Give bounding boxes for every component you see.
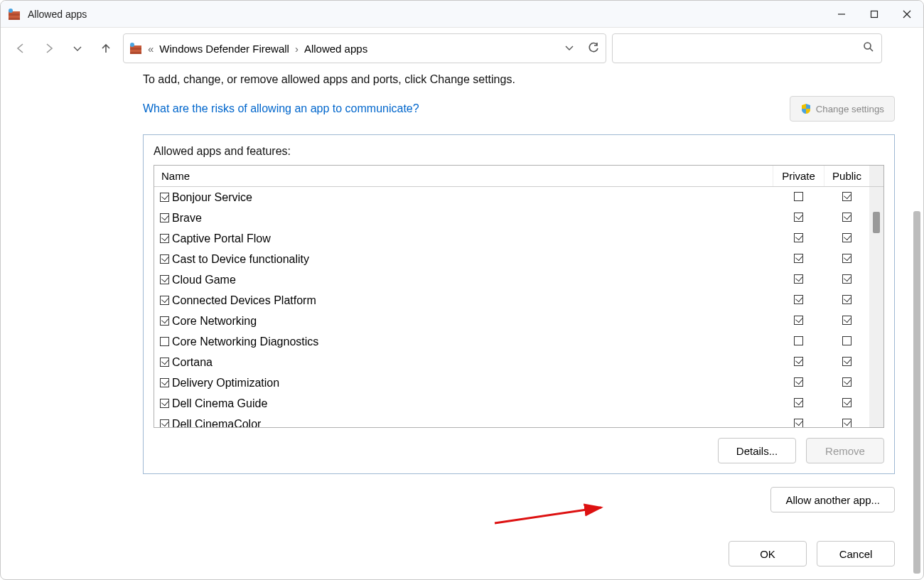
table-row[interactable]: Core Networking Diagnostics xyxy=(154,331,869,352)
app-name: Cast to Device functionality xyxy=(172,253,309,266)
svg-point-11 xyxy=(130,43,134,47)
svg-rect-2 xyxy=(9,16,20,18)
list-scrollbar[interactable] xyxy=(869,187,883,427)
up-button[interactable] xyxy=(95,37,117,60)
private-checkbox[interactable] xyxy=(794,254,803,263)
public-checkbox[interactable] xyxy=(842,192,852,201)
column-name[interactable]: Name xyxy=(154,166,773,186)
enable-checkbox[interactable] xyxy=(160,337,169,346)
group-label: Allowed apps and features: xyxy=(154,145,884,158)
table-row[interactable]: Delivery Optimization xyxy=(154,372,869,393)
scrollbar-thumb[interactable] xyxy=(913,211,920,574)
change-settings-button[interactable]: Change settings xyxy=(790,96,895,122)
enable-checkbox[interactable] xyxy=(160,234,169,243)
shield-icon xyxy=(800,103,812,114)
refresh-icon[interactable] xyxy=(587,41,600,56)
table-row[interactable]: Cloud Game xyxy=(154,269,869,290)
ok-button[interactable]: OK xyxy=(729,541,807,566)
enable-checkbox[interactable] xyxy=(160,378,169,387)
column-private[interactable]: Private xyxy=(773,166,824,186)
table-row[interactable]: Connected Devices Platform xyxy=(154,290,869,311)
close-button[interactable] xyxy=(891,1,923,28)
back-button[interactable] xyxy=(9,37,32,60)
public-checkbox[interactable] xyxy=(842,398,852,407)
enable-checkbox[interactable] xyxy=(160,193,169,202)
minimize-button[interactable] xyxy=(825,1,858,28)
apps-listbox: Name Private Public Bonjour ServiceBrave… xyxy=(154,165,884,428)
breadcrumb-item[interactable]: Windows Defender Firewall xyxy=(159,43,289,55)
table-row[interactable]: Brave xyxy=(154,208,869,228)
public-checkbox[interactable] xyxy=(842,419,852,428)
private-checkbox[interactable] xyxy=(794,213,803,222)
enable-checkbox[interactable] xyxy=(160,419,169,427)
enable-checkbox[interactable] xyxy=(160,316,169,326)
search-box[interactable] xyxy=(612,33,882,63)
search-icon xyxy=(863,41,874,55)
cancel-button[interactable]: Cancel xyxy=(817,541,895,566)
enable-checkbox[interactable] xyxy=(160,213,169,222)
private-checkbox[interactable] xyxy=(794,295,803,304)
scrollbar-thumb[interactable] xyxy=(873,212,880,233)
table-row[interactable]: Dell CinemaColor xyxy=(154,414,869,427)
table-row[interactable]: Core Networking xyxy=(154,311,869,331)
table-row[interactable]: Cast to Device functionality xyxy=(154,249,869,269)
public-checkbox[interactable] xyxy=(842,213,852,222)
private-checkbox[interactable] xyxy=(794,274,803,284)
private-checkbox[interactable] xyxy=(794,192,803,201)
public-checkbox[interactable] xyxy=(842,377,852,387)
details-button[interactable]: Details... xyxy=(718,438,796,463)
app-name: Bonjour Service xyxy=(172,191,252,204)
chevron-down-icon[interactable] xyxy=(564,43,574,55)
public-checkbox[interactable] xyxy=(842,336,852,345)
dialog-footer: OK Cancel xyxy=(1,528,923,579)
app-name: Dell Cinema Guide xyxy=(172,397,267,410)
enable-checkbox[interactable] xyxy=(160,254,169,264)
firewall-icon xyxy=(129,42,142,55)
private-checkbox[interactable] xyxy=(794,336,803,345)
forward-button[interactable] xyxy=(38,37,60,60)
enable-checkbox[interactable] xyxy=(160,399,169,408)
enable-checkbox[interactable] xyxy=(160,275,169,284)
private-checkbox[interactable] xyxy=(794,398,803,407)
table-row[interactable]: Cortana xyxy=(154,352,869,372)
window-scrollbar[interactable] xyxy=(912,147,922,485)
public-checkbox[interactable] xyxy=(842,233,852,242)
list-header: Name Private Public xyxy=(154,166,883,187)
table-row[interactable]: Bonjour Service xyxy=(154,187,869,208)
instruction-text: To add, change, or remove allowed apps a… xyxy=(143,69,895,86)
recent-locations-button[interactable] xyxy=(66,37,89,60)
private-checkbox[interactable] xyxy=(794,377,803,387)
public-checkbox[interactable] xyxy=(842,316,852,325)
private-checkbox[interactable] xyxy=(794,233,803,242)
private-checkbox[interactable] xyxy=(794,357,803,366)
titlebar: Allowed apps xyxy=(1,1,923,28)
window: Allowed apps xyxy=(0,0,924,580)
app-name: Cortana xyxy=(172,356,213,369)
maximize-button[interactable] xyxy=(858,1,891,28)
svg-rect-10 xyxy=(130,50,141,52)
table-row[interactable]: Dell Cinema Guide xyxy=(154,393,869,414)
help-link[interactable]: What are the risks of allowing an app to… xyxy=(143,102,419,115)
private-checkbox[interactable] xyxy=(794,316,803,325)
table-row[interactable]: Captive Portal Flow xyxy=(154,228,869,249)
svg-point-3 xyxy=(9,9,13,13)
enable-checkbox[interactable] xyxy=(160,358,169,367)
address-bar[interactable]: « Windows Defender Firewall › Allowed ap… xyxy=(123,33,606,63)
allow-another-app-button[interactable]: Allow another app... xyxy=(770,487,895,512)
public-checkbox[interactable] xyxy=(842,274,852,284)
remove-button[interactable]: Remove xyxy=(806,438,884,463)
app-name: Cloud Game xyxy=(172,274,236,286)
public-checkbox[interactable] xyxy=(842,254,852,263)
app-name: Delivery Optimization xyxy=(172,377,279,390)
app-name: Connected Devices Platform xyxy=(172,294,316,307)
enable-checkbox[interactable] xyxy=(160,296,169,305)
private-checkbox[interactable] xyxy=(794,419,803,428)
breadcrumb-item[interactable]: Allowed apps xyxy=(304,43,367,55)
breadcrumb-overflow-icon[interactable]: « xyxy=(148,43,154,55)
column-public[interactable]: Public xyxy=(824,166,869,186)
public-checkbox[interactable] xyxy=(842,295,852,304)
public-checkbox[interactable] xyxy=(842,357,852,366)
app-name: Dell CinemaColor xyxy=(172,418,261,428)
chevron-right-icon: › xyxy=(295,43,299,55)
svg-line-13 xyxy=(870,48,873,51)
